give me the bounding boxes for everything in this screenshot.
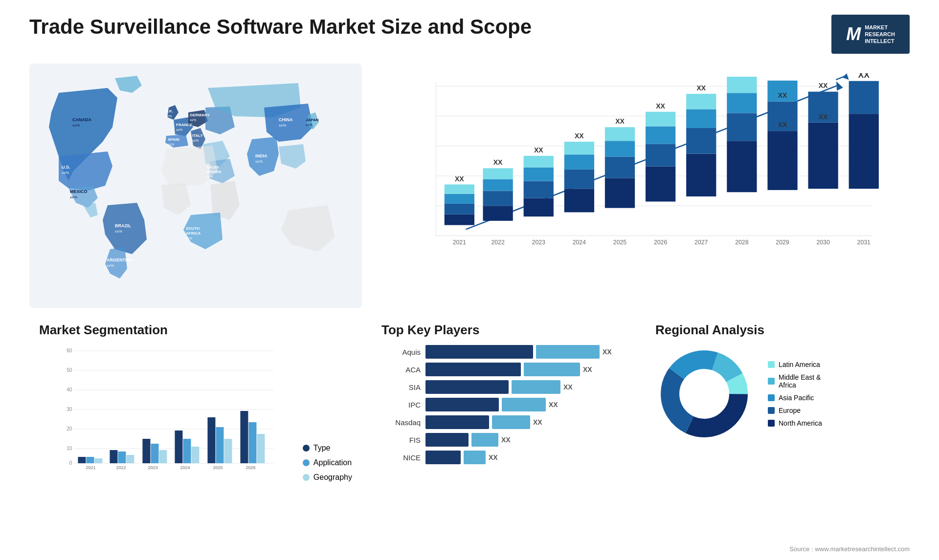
player-row-nice: NICE XX bbox=[381, 451, 626, 464]
player-name-nice: NICE bbox=[381, 453, 421, 462]
player-bar2-nasdaq bbox=[492, 415, 530, 429]
player-row-aca: ACA XX bbox=[381, 363, 626, 376]
logo-container: M MARKET RESEARCH INTELLECT bbox=[831, 15, 910, 54]
svg-text:XX: XX bbox=[575, 132, 584, 140]
legend-la-label: Latin America bbox=[779, 361, 820, 368]
bar-chart-svg: XX XX XX XX bbox=[396, 73, 895, 279]
svg-text:xx%: xx% bbox=[176, 128, 182, 131]
legend-geography: Geography bbox=[303, 473, 352, 482]
svg-rect-67 bbox=[605, 141, 635, 156]
player-bars-nice: XX bbox=[425, 451, 626, 464]
player-bar1-aca bbox=[425, 363, 521, 376]
svg-rect-128 bbox=[110, 450, 117, 463]
player-name-aquis: Aquis bbox=[381, 348, 421, 356]
svg-text:30: 30 bbox=[67, 407, 72, 412]
seg-bars: 60 50 40 30 20 10 0 bbox=[39, 345, 293, 482]
segmentation-title: Market Segmentation bbox=[39, 323, 352, 338]
player-xx-aquis: XX bbox=[603, 348, 612, 356]
legend-type-dot bbox=[303, 445, 310, 452]
svg-text:ARGENTINA: ARGENTINA bbox=[107, 258, 133, 262]
regional-title: Regional Analysis bbox=[655, 323, 900, 338]
player-name-ipc: IPC bbox=[381, 401, 421, 409]
legend-europe: Europe bbox=[768, 407, 822, 414]
player-bar1-fis bbox=[425, 433, 469, 447]
svg-text:50: 50 bbox=[67, 367, 72, 373]
player-name-aca: ACA bbox=[381, 366, 421, 374]
legend-latin-america: Latin America bbox=[768, 361, 822, 368]
svg-rect-126 bbox=[94, 458, 102, 463]
legend-application-label: Application bbox=[313, 458, 352, 467]
logo-line3: INTELLECT bbox=[865, 38, 895, 44]
player-bar1-nasdaq bbox=[425, 415, 489, 429]
svg-rect-52 bbox=[483, 179, 513, 191]
player-bar2-fis bbox=[471, 433, 498, 447]
player-bar1-ipc bbox=[425, 398, 499, 411]
bar-chart-section: XX XX XX XX bbox=[372, 64, 910, 308]
svg-text:2028: 2028 bbox=[735, 239, 748, 246]
regional-section: Regional Analysis bbox=[646, 318, 910, 464]
player-bar2-ipc bbox=[502, 398, 546, 411]
legend-na-label: North America bbox=[779, 419, 822, 427]
legend-mea: Middle East &Africa bbox=[768, 373, 822, 389]
player-xx-nasdaq: XX bbox=[533, 418, 542, 426]
svg-text:xx%: xx% bbox=[255, 159, 263, 164]
svg-text:xx%: xx% bbox=[62, 171, 69, 175]
header: Trade Surveillance Software Market Size … bbox=[29, 15, 910, 54]
legend-ap-color bbox=[768, 394, 775, 401]
svg-text:2026: 2026 bbox=[654, 239, 667, 246]
player-xx-nice: XX bbox=[489, 453, 498, 461]
legend-mea-label: Middle East &Africa bbox=[779, 373, 821, 389]
seg-chart-area: 60 50 40 30 20 10 0 bbox=[39, 345, 352, 482]
svg-rect-55 bbox=[524, 198, 554, 217]
svg-rect-51 bbox=[483, 191, 513, 206]
svg-text:CANADA: CANADA bbox=[72, 117, 91, 122]
svg-text:XX: XX bbox=[819, 82, 828, 89]
player-bar2-nice bbox=[464, 451, 486, 464]
svg-text:SOUTH: SOUTH bbox=[186, 226, 200, 231]
svg-text:CHINA: CHINA bbox=[279, 117, 293, 122]
svg-text:0: 0 bbox=[69, 460, 72, 466]
svg-rect-132 bbox=[142, 439, 150, 463]
svg-rect-145 bbox=[248, 422, 256, 463]
svg-rect-144 bbox=[240, 411, 248, 463]
svg-text:2023: 2023 bbox=[532, 239, 545, 246]
legend-type-label: Type bbox=[313, 444, 331, 452]
svg-rect-134 bbox=[159, 450, 167, 463]
logo-line1: MARKET bbox=[865, 24, 895, 31]
svg-rect-78 bbox=[686, 94, 716, 109]
svg-text:2025: 2025 bbox=[613, 239, 626, 246]
svg-text:BRAZIL: BRAZIL bbox=[115, 223, 131, 228]
svg-text:SAUDI: SAUDI bbox=[206, 165, 219, 170]
svg-rect-137 bbox=[183, 439, 191, 463]
svg-text:xx%: xx% bbox=[279, 123, 286, 128]
svg-rect-45 bbox=[445, 215, 474, 225]
player-bar2-sia bbox=[512, 380, 560, 394]
player-xx-sia: XX bbox=[563, 383, 573, 391]
legend-geography-label: Geography bbox=[313, 473, 352, 482]
svg-text:XX: XX bbox=[778, 91, 787, 99]
svg-rect-133 bbox=[151, 444, 158, 463]
svg-text:XX: XX bbox=[656, 102, 665, 110]
player-name-nasdaq: Nasdaq bbox=[381, 418, 421, 427]
svg-rect-61 bbox=[564, 170, 594, 189]
svg-rect-136 bbox=[175, 431, 182, 463]
svg-text:xx%: xx% bbox=[115, 229, 122, 234]
svg-text:2024: 2024 bbox=[180, 465, 190, 470]
player-bars-nasdaq: XX bbox=[425, 415, 626, 429]
player-bar1-nice bbox=[425, 451, 461, 464]
donut-legend: Latin America Middle East &Africa Asia P… bbox=[768, 361, 822, 427]
legend-ap-label: Asia Pacific bbox=[779, 394, 814, 402]
svg-text:2030: 2030 bbox=[816, 239, 829, 246]
legend-type: Type bbox=[303, 444, 352, 452]
svg-rect-68 bbox=[605, 127, 635, 141]
logo-line2: RESEARCH bbox=[865, 31, 895, 38]
svg-marker-42 bbox=[833, 80, 843, 91]
svg-text:SPAIN: SPAIN bbox=[168, 137, 179, 142]
svg-rect-130 bbox=[126, 455, 134, 463]
svg-text:xx%: xx% bbox=[306, 123, 312, 127]
svg-text:INDIA: INDIA bbox=[255, 153, 268, 158]
legend-la-color bbox=[768, 361, 775, 368]
world-map: CANADA xx% U.S. xx% MEXICO xx% BRAZIL xx… bbox=[29, 64, 362, 308]
svg-text:MEXICO: MEXICO bbox=[70, 189, 88, 194]
page-title: Trade Surveillance Software Market Size … bbox=[29, 15, 532, 39]
